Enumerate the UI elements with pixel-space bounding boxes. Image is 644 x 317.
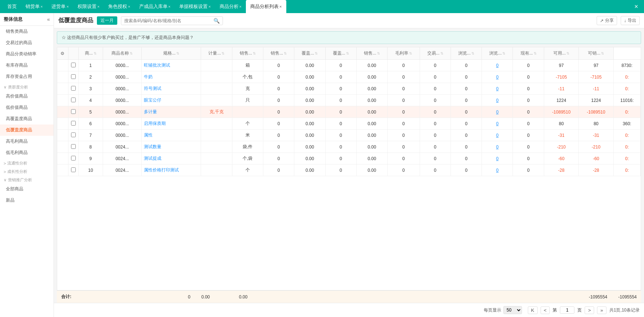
- close-sales-order[interactable]: ×: [40, 4, 43, 9]
- col-view2[interactable]: 浏览...⇅: [482, 47, 513, 60]
- search-input[interactable]: [124, 18, 213, 23]
- cell-checkbox[interactable]: [68, 141, 78, 153]
- cell-checkbox[interactable]: [68, 118, 78, 130]
- cell-name[interactable]: 眼宝公仔: [142, 95, 201, 106]
- total-sales-qty: 0: [188, 294, 191, 300]
- col-spec[interactable]: 规格...⇅: [142, 47, 201, 60]
- next-page-btn[interactable]: >: [585, 306, 594, 314]
- cell-view1[interactable]: 0: [482, 118, 513, 130]
- sidebar-item-low-value[interactable]: 低价值商品: [0, 102, 54, 113]
- nav-goods-analysis-list[interactable]: 商品分析列表 ×: [246, 0, 286, 13]
- col-cover2[interactable]: 覆盖...⇅: [325, 47, 356, 60]
- cell-spec: [201, 95, 232, 106]
- window-close-btn[interactable]: ×: [631, 3, 641, 11]
- cell-name[interactable]: 牛奶: [142, 71, 201, 83]
- cell-checkbox[interactable]: [68, 153, 78, 165]
- export-btn[interactable]: ↓ 导出: [621, 16, 640, 25]
- sidebar-section-category[interactable]: ∨ 类群度分析: [0, 82, 54, 91]
- sidebar-item-stock-goods[interactable]: 有库存商品: [0, 60, 54, 71]
- nav-permission[interactable]: 权限设置 ×: [73, 0, 104, 13]
- cell-sellable: 8730:: [613, 60, 640, 71]
- nav-role-auth[interactable]: 角色授权 ×: [104, 0, 134, 13]
- nav-sales-order[interactable]: 销货单 ×: [21, 0, 47, 13]
- search-icon[interactable]: 🔍: [213, 18, 220, 24]
- close-permission[interactable]: ×: [97, 4, 99, 9]
- sidebar-section-flow[interactable]: > 流通性分析: [0, 158, 54, 167]
- nav-goods-analysis[interactable]: 商品分析 ×: [215, 0, 246, 13]
- cell-view1[interactable]: 0: [482, 130, 513, 141]
- cell-view1[interactable]: 0: [482, 165, 513, 176]
- cell-name[interactable]: 旺辅批次测试: [142, 60, 201, 71]
- cell-checkbox[interactable]: [68, 60, 78, 71]
- sidebar-item-high-value[interactable]: 高价值商品: [0, 91, 54, 102]
- cell-view1[interactable]: 0: [482, 83, 513, 95]
- nav-purchase-order[interactable]: 进货单 ×: [47, 0, 73, 13]
- sidebar-item-traded-goods[interactable]: 交易过的商品: [0, 37, 54, 48]
- per-page-select[interactable]: 50 100 200: [503, 306, 522, 314]
- sidebar-collapse-btn[interactable]: «: [47, 16, 50, 22]
- cell-num: 3: [78, 83, 103, 95]
- cell-name[interactable]: 符号测试: [142, 83, 201, 95]
- sidebar-item-category-rate[interactable]: 商品分类动销率: [0, 48, 54, 60]
- cell-sales-pct: 0: [388, 106, 420, 118]
- sidebar-item-all-goods[interactable]: 全部商品: [0, 183, 54, 195]
- sidebar-item-high-coverage[interactable]: 高覆盖度商品: [0, 113, 54, 124]
- col-settings[interactable]: ⚙: [57, 47, 68, 60]
- cell-checkbox[interactable]: [68, 83, 78, 95]
- col-trade[interactable]: 交易...⇅: [420, 47, 451, 60]
- cell-name[interactable]: 测试数量: [142, 141, 201, 153]
- date-filter-btn[interactable]: 近一月: [97, 16, 117, 25]
- nav-home[interactable]: 首页: [3, 0, 21, 13]
- sidebar-item-high-margin[interactable]: 高毛利商品: [0, 136, 54, 147]
- cell-name[interactable]: 启用保质期: [142, 118, 201, 130]
- first-page-btn[interactable]: K: [528, 306, 538, 314]
- cell-name[interactable]: 属性价格打印测试: [142, 165, 201, 176]
- sidebar-item-low-coverage[interactable]: 低覆盖度商品: [0, 124, 54, 136]
- cell-available-stock: 97: [579, 60, 613, 71]
- sidebar-item-low-margin[interactable]: 低毛利商品: [0, 147, 54, 158]
- sidebar-section-marketing[interactable]: ∨ 营销推广分析: [0, 175, 54, 183]
- col-view1[interactable]: 浏览...⇅: [451, 47, 482, 60]
- col-cover1[interactable]: 覆盖...⇅: [294, 47, 325, 60]
- close-purchase-order[interactable]: ×: [66, 4, 68, 9]
- page-number-input[interactable]: [560, 306, 574, 314]
- col-sales-pct[interactable]: 销售...⇅: [356, 47, 387, 60]
- sidebar-item-sales-goods[interactable]: 销售类商品: [0, 26, 54, 37]
- col-available-stock[interactable]: 可用...⇅: [544, 47, 578, 60]
- cell-view1[interactable]: 0: [482, 141, 513, 153]
- col-sales-qty[interactable]: 销售...⇅: [232, 47, 263, 60]
- col-gross-rate[interactable]: 毛利率⇅: [388, 47, 420, 60]
- last-page-btn[interactable]: »: [597, 306, 606, 314]
- cell-checkbox[interactable]: [68, 130, 78, 141]
- sidebar-item-stock-fund[interactable]: 库存资金占用: [0, 71, 54, 82]
- nav-product-in[interactable]: 产成品入库单 ×: [135, 0, 175, 13]
- cell-name[interactable]: 属性: [142, 130, 201, 141]
- col-code[interactable]: 商...⇅: [78, 47, 103, 60]
- cell-view1[interactable]: 0: [482, 153, 513, 165]
- cell-view1[interactable]: 0: [482, 60, 513, 71]
- cell-checkbox[interactable]: [68, 106, 78, 118]
- cell-name[interactable]: 测试提成: [142, 153, 201, 165]
- col-sales-amt[interactable]: 销售...⇅: [263, 47, 294, 60]
- cell-view1[interactable]: 0: [482, 95, 513, 106]
- close-role-auth[interactable]: ×: [128, 4, 130, 9]
- cell-checkbox[interactable]: [68, 165, 78, 176]
- col-unit[interactable]: 计量...⇅: [201, 47, 232, 60]
- share-btn[interactable]: ↗ 分享: [597, 16, 617, 25]
- close-template[interactable]: ×: [208, 4, 211, 9]
- col-sellable[interactable]: 可销...⇅: [579, 47, 613, 60]
- cell-checkbox[interactable]: [68, 71, 78, 83]
- cell-view1[interactable]: 0: [482, 106, 513, 118]
- close-goods-analysis-list[interactable]: ×: [279, 4, 282, 9]
- cell-checkbox[interactable]: [68, 95, 78, 106]
- nav-template-settings[interactable]: 单据模板设置 ×: [175, 0, 215, 13]
- close-product-in[interactable]: ×: [168, 4, 170, 9]
- cell-view1[interactable]: 0: [482, 71, 513, 83]
- prev-page-btn[interactable]: <: [541, 306, 550, 314]
- sidebar-item-new-goods[interactable]: 新品: [0, 195, 54, 206]
- col-name[interactable]: 商品名称⇅: [103, 47, 141, 60]
- col-current-stock[interactable]: 现有...⇅: [513, 47, 544, 60]
- sidebar-section-growth[interactable]: > 成长性分析: [0, 167, 54, 175]
- close-goods-analysis[interactable]: ×: [239, 4, 242, 9]
- cell-name[interactable]: 多计量: [142, 106, 201, 118]
